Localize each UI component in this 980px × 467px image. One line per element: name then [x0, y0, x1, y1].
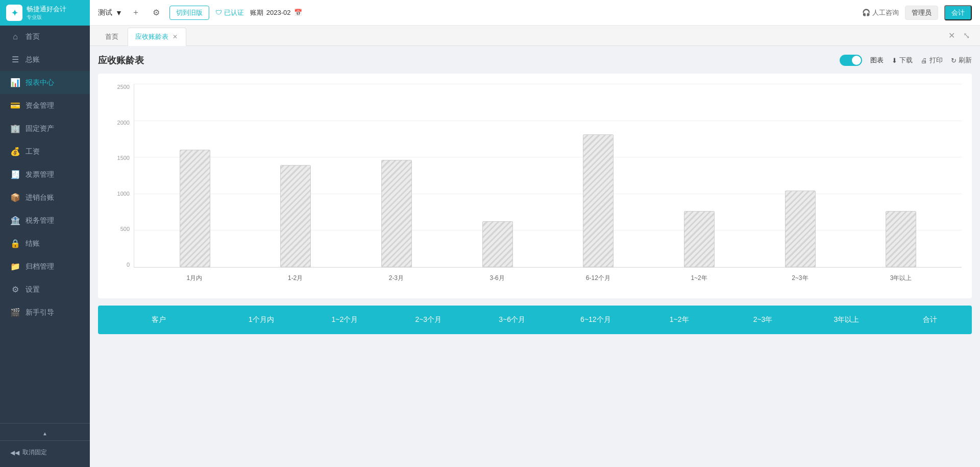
sidebar-item-archive[interactable]: 📁 归档管理: [0, 255, 90, 278]
refresh-button[interactable]: ↻ 刷新: [951, 56, 972, 65]
sidebar-item-wage[interactable]: 💰 工资: [0, 140, 90, 163]
chart-toggle[interactable]: [840, 55, 862, 66]
tab-home[interactable]: 首页: [98, 28, 126, 46]
tab-close-icon[interactable]: ✕: [172, 33, 179, 40]
page-content: 应收账龄表 图表 ⬇ 下载 🖨 打印 ↻ 刷新: [90, 46, 980, 467]
sidebar-label-fixed: 固定资产: [26, 124, 54, 133]
company-selector[interactable]: 测试 ▼: [98, 8, 122, 17]
bar-3y+: [886, 211, 916, 267]
close-period-icon: 🔒: [10, 239, 20, 248]
sidebar-label-tax: 税务管理: [26, 216, 54, 225]
maximize-button[interactable]: ⤡: [961, 29, 972, 42]
shield-icon: 🛡: [215, 9, 222, 16]
scroll-up-arrow[interactable]: ▲: [0, 429, 90, 438]
th-1-2y: 1~2年: [638, 315, 721, 324]
fund-icon: 💳: [10, 101, 20, 110]
consult-label: 人工咨询: [872, 8, 899, 17]
sidebar-label-invoice: 发票管理: [26, 170, 54, 179]
sidebar-nav: ⌂ 首页 ☰ 总账 📊 报表中心 💳 资金管理 🏢 固定资产 💰 工资 🧾 发票…: [0, 26, 90, 423]
sidebar-item-home[interactable]: ⌂ 首页: [0, 26, 90, 48]
x-label-1m: 1月内: [144, 274, 245, 283]
chart-container: 0 500 1000 1500 2000 2500: [98, 74, 972, 298]
bar-group-1m: [144, 150, 246, 267]
sidebar-label-archive: 归档管理: [26, 262, 54, 271]
verified-badge: 🛡 已认证: [215, 8, 244, 17]
th-1-2m: 1~2个月: [303, 315, 387, 324]
wage-icon: 💰: [10, 147, 20, 156]
bar-2-3m: [381, 160, 412, 267]
toggle-slider: [840, 55, 862, 66]
sidebar-item-invoice[interactable]: 🧾 发票管理: [0, 163, 90, 186]
role-button[interactable]: 会计: [944, 5, 972, 20]
bar-1m: [180, 150, 210, 267]
fixed-assets-icon: 🏢: [10, 124, 20, 133]
topbar: 测试 ▼ ＋ ⚙ 切到旧版 🛡 已认证 账期 2023-02 📅 🎧 人工咨询: [90, 0, 980, 26]
y-label-1500: 1500: [117, 155, 130, 161]
sidebar-item-tax[interactable]: 🏦 税务管理: [0, 209, 90, 232]
sidebar-item-close[interactable]: 🔒 结账: [0, 232, 90, 255]
bar-group-1-2y: [649, 211, 750, 267]
bars-area: [134, 84, 962, 267]
table-container: 客户 1个月内 1~2个月 2~3个月 3~6个月 6~12个月 1~2年 2~…: [98, 306, 972, 334]
th-6-12m: 6~12个月: [554, 315, 638, 324]
cancel-fixed-label: 取消固定: [22, 448, 47, 457]
tab-home-label: 首页: [105, 32, 118, 41]
period-value: 2023-02: [266, 9, 291, 16]
ledger-icon: ☰: [10, 55, 20, 64]
sidebar-item-trade[interactable]: 📦 进销台账: [0, 186, 90, 209]
guide-icon: 🎬: [10, 308, 20, 317]
download-label: 下载: [899, 56, 913, 65]
print-button[interactable]: 🖨 打印: [921, 56, 943, 65]
logo-title: 畅捷通好会计: [27, 5, 66, 14]
sidebar-label-fund: 资金管理: [26, 101, 54, 110]
calendar-icon[interactable]: 📅: [294, 9, 302, 16]
tab-aging-label: 应收账龄表: [135, 32, 168, 41]
trade-icon: 📦: [10, 193, 20, 202]
sidebar-item-ledger[interactable]: ☰ 总账: [0, 48, 90, 71]
x-label-2-3y: 2~3年: [750, 274, 851, 283]
settings-icon: ⚙: [10, 285, 20, 294]
chevron-down-icon: ▼: [115, 9, 122, 17]
x-label-1-2m: 1-2月: [245, 274, 346, 283]
sidebar-item-guide[interactable]: 🎬 新手引导: [0, 301, 90, 324]
consult-button[interactable]: 🎧 人工咨询: [862, 8, 899, 17]
cancel-fixed-button[interactable]: ◀◀ 取消固定: [0, 443, 90, 462]
y-label-1000: 1000: [117, 191, 130, 197]
sidebar-label-trade: 进销台账: [26, 193, 54, 202]
close-tab-button[interactable]: ✕: [946, 29, 957, 42]
y-label-0: 0: [127, 262, 130, 268]
sidebar-bottom: ▲ ◀◀ 取消固定: [0, 423, 90, 467]
add-button[interactable]: ＋: [129, 6, 143, 20]
th-3-6m: 3~6个月: [470, 315, 554, 324]
th-total: 合计: [888, 315, 972, 324]
bar-group-3y+: [850, 211, 951, 267]
sidebar-item-fund[interactable]: 💳 资金管理: [0, 94, 90, 117]
logo-icon: ✦: [6, 5, 22, 21]
logo-subtitle: 专业版: [27, 14, 66, 20]
settings-topbar-button[interactable]: ⚙: [149, 6, 163, 20]
switch-old-label: 切到旧版: [176, 9, 203, 16]
topbar-right: 🎧 人工咨询 管理员 会计: [862, 5, 972, 20]
pin-left-icon: ◀◀: [10, 449, 19, 456]
tab-aging[interactable]: 应收账龄表 ✕: [128, 28, 186, 46]
sidebar-item-report[interactable]: 📊 报表中心: [0, 71, 90, 94]
sidebar-label-ledger: 总账: [26, 55, 40, 64]
verified-label: 已认证: [224, 8, 244, 17]
sidebar-label-guide: 新手引导: [26, 308, 54, 317]
headset-icon: 🎧: [862, 9, 870, 16]
role-label: 会计: [951, 9, 965, 16]
invoice-icon: 🧾: [10, 170, 20, 179]
download-button[interactable]: ⬇ 下载: [892, 56, 913, 65]
sidebar-item-fixed-assets[interactable]: 🏢 固定资产: [0, 117, 90, 140]
sidebar-item-settings[interactable]: ⚙ 设置: [0, 278, 90, 301]
sidebar: ✦ 畅捷通好会计 专业版 ⌂ 首页 ☰ 总账 📊 报表中心 💳 资金管理 🏢 固…: [0, 0, 90, 467]
sidebar-label-settings: 设置: [26, 285, 40, 294]
company-name: 测试: [98, 8, 112, 17]
report-icon: 📊: [10, 78, 20, 87]
y-label-2500: 2500: [117, 84, 130, 90]
switch-old-version-button[interactable]: 切到旧版: [169, 6, 209, 20]
bar-group-1-2m: [246, 165, 347, 267]
logo-text-block: 畅捷通好会计 专业版: [27, 5, 66, 20]
sidebar-logo: ✦ 畅捷通好会计 专业版: [0, 0, 90, 26]
user-button[interactable]: 管理员: [905, 6, 938, 20]
